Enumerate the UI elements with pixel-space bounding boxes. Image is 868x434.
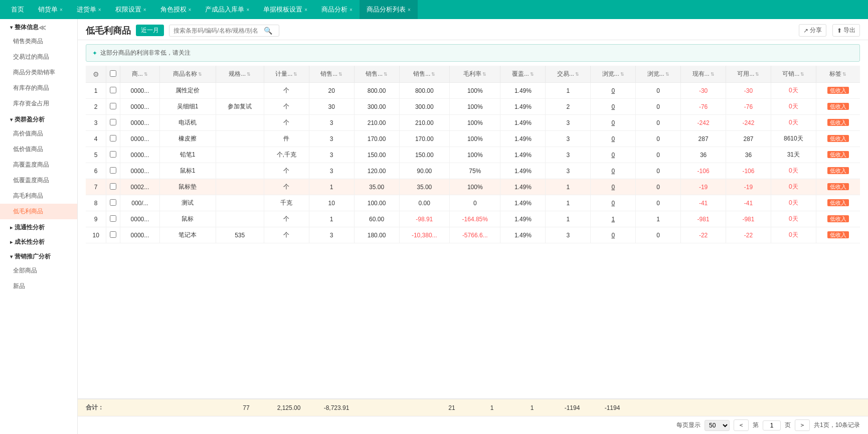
row-checkbox-cell[interactable]: [106, 99, 120, 115]
col-usable-stock[interactable]: 可用...⇅: [726, 66, 771, 83]
sidebar-item-all-goods[interactable]: 全部商品: [0, 263, 77, 278]
view1-link[interactable]: 0: [611, 119, 615, 126]
sidebar-group-circulation[interactable]: ▸ 流通性分析: [0, 219, 77, 234]
sidebar-item-high-coverage[interactable]: 高覆盖度商品: [0, 157, 77, 173]
view1-link[interactable]: 0: [611, 168, 615, 175]
col-name[interactable]: 商品名称⇅: [159, 66, 216, 83]
row-view1[interactable]: 0: [591, 115, 636, 131]
row-checkbox[interactable]: [110, 167, 116, 174]
col-coverage[interactable]: 覆盖...⇅: [500, 66, 546, 83]
row-checkbox-cell[interactable]: [106, 211, 120, 227]
row-view1[interactable]: 0: [591, 227, 636, 243]
sidebar-item-stock-capital[interactable]: 库存资金占用: [0, 96, 77, 111]
row-checkbox[interactable]: [110, 183, 116, 190]
nav-product-entry[interactable]: 产成品入库单 ×: [198, 0, 256, 19]
gear-icon[interactable]: ⚙: [93, 70, 99, 78]
nav-close-product-analysis-list[interactable]: ×: [408, 7, 411, 13]
page-size-select[interactable]: 50 100 200: [705, 420, 730, 431]
col-spec[interactable]: 规格...⇅: [216, 66, 264, 83]
nav-close-product-entry[interactable]: ×: [246, 7, 249, 13]
view1-link[interactable]: 0: [611, 103, 615, 110]
row-checkbox-cell[interactable]: [106, 227, 120, 243]
sidebar-group-marketing[interactable]: ▾ 营销推广分析: [0, 248, 77, 263]
row-checkbox-cell[interactable]: [106, 131, 120, 147]
row-checkbox-cell[interactable]: [106, 147, 120, 163]
nav-permission-settings[interactable]: 权限设置 ×: [108, 0, 153, 19]
sidebar-item-high-margin[interactable]: 高毛利商品: [0, 188, 77, 204]
sidebar-group-growth[interactable]: ▸ 成长性分析: [0, 234, 77, 248]
col-unit[interactable]: 计量...⇅: [264, 66, 309, 83]
row-view1[interactable]: 0: [591, 179, 636, 195]
select-all-checkbox[interactable]: [110, 70, 116, 77]
sidebar-item-low-coverage[interactable]: 低覆盖度商品: [0, 173, 77, 188]
col-current-stock[interactable]: 现有...⇅: [681, 66, 726, 83]
sidebar-item-low-margin[interactable]: 低毛利商品: [0, 204, 77, 219]
row-checkbox[interactable]: [110, 199, 116, 206]
col-tag[interactable]: 标签⇅: [816, 66, 860, 83]
nav-role-auth[interactable]: 角色授权 ×: [153, 0, 199, 19]
sidebar-group-segment-analysis[interactable]: ▾ 类群盈分析: [0, 111, 77, 126]
nav-template-settings[interactable]: 单据模板设置 ×: [256, 0, 314, 19]
row-checkbox-cell[interactable]: [106, 163, 120, 179]
nav-purchase-order[interactable]: 进货单 ×: [70, 0, 108, 19]
share-button[interactable]: ↗ 分享: [799, 24, 826, 37]
row-view1[interactable]: 0: [591, 147, 636, 163]
sidebar-item-high-value[interactable]: 高价值商品: [0, 126, 77, 141]
sidebar-item-low-value[interactable]: 低价值商品: [0, 141, 77, 157]
search-input[interactable]: [173, 27, 264, 34]
row-checkbox-cell[interactable]: [106, 83, 120, 99]
view1-link[interactable]: 0: [611, 200, 615, 207]
row-checkbox[interactable]: [110, 87, 116, 93]
row-view1[interactable]: 0: [591, 83, 636, 99]
row-view1[interactable]: 1: [591, 211, 636, 227]
nav-close-purchase-order[interactable]: ×: [98, 7, 101, 13]
col-sales-amount[interactable]: 销售...⇅: [354, 66, 399, 83]
row-checkbox[interactable]: [110, 135, 116, 141]
sidebar-item-stock-goods[interactable]: 有库存的商品: [0, 80, 77, 96]
col-view1[interactable]: 浏览...⇅: [591, 66, 636, 83]
sidebar-item-new-goods[interactable]: 新品: [0, 278, 77, 294]
sidebar-group-overall[interactable]: ▾ 整体信息 ≪: [0, 19, 77, 34]
nav-close-product-analysis[interactable]: ×: [350, 7, 353, 13]
row-checkbox[interactable]: [110, 231, 116, 238]
row-view1[interactable]: 0: [591, 195, 636, 211]
row-checkbox[interactable]: [110, 215, 116, 222]
collapse-btn[interactable]: ≪: [39, 24, 46, 32]
row-checkbox[interactable]: [110, 151, 116, 158]
nav-close-sales-order[interactable]: ×: [60, 7, 63, 13]
col-sales-profit[interactable]: 销售...⇅: [399, 66, 449, 83]
row-checkbox-cell[interactable]: [106, 115, 120, 131]
nav-close-permission[interactable]: ×: [143, 7, 146, 13]
row-checkbox[interactable]: [110, 119, 116, 125]
export-button[interactable]: ⬆ 导出: [832, 24, 860, 37]
view1-link[interactable]: 0: [611, 135, 615, 142]
sidebar-item-traded-goods[interactable]: 交易过的商品: [0, 49, 77, 65]
col-transaction[interactable]: 交易...⇅: [546, 66, 591, 83]
col-view2[interactable]: 浏览...⇅: [636, 66, 681, 83]
view1-link[interactable]: 0: [611, 184, 615, 191]
row-view1[interactable]: 0: [591, 131, 636, 147]
filter-period-button[interactable]: 近一月: [136, 25, 164, 36]
row-checkbox[interactable]: [110, 103, 116, 109]
nav-close-template[interactable]: ×: [304, 7, 307, 13]
nav-sales-order[interactable]: 销货单 ×: [31, 0, 70, 19]
col-checkbox[interactable]: [106, 66, 120, 83]
prev-page-button[interactable]: ＜: [734, 419, 749, 431]
page-number-input[interactable]: [763, 420, 781, 430]
view1-link[interactable]: 0: [611, 232, 615, 239]
col-sales-qty[interactable]: 销售...⇅: [309, 66, 354, 83]
col-gross-margin[interactable]: 毛利率⇅: [449, 66, 500, 83]
nav-close-role-auth[interactable]: ×: [189, 7, 192, 13]
sidebar-item-sales-goods[interactable]: 销售类商品: [0, 34, 77, 49]
view1-link[interactable]: 0: [611, 87, 615, 94]
view1-link[interactable]: 1: [611, 216, 615, 223]
nav-product-analysis[interactable]: 商品分析 ×: [314, 0, 360, 19]
view1-link[interactable]: 0: [611, 152, 615, 159]
sidebar-item-category-sales-rate[interactable]: 商品分类助销率: [0, 65, 77, 80]
row-view1[interactable]: 0: [591, 163, 636, 179]
row-view1[interactable]: 0: [591, 99, 636, 115]
row-checkbox-cell[interactable]: [106, 179, 120, 195]
col-sellable-days[interactable]: 可销...⇅: [771, 66, 816, 83]
col-gear[interactable]: ⚙: [86, 66, 106, 83]
search-icon[interactable]: 🔍: [264, 27, 272, 35]
